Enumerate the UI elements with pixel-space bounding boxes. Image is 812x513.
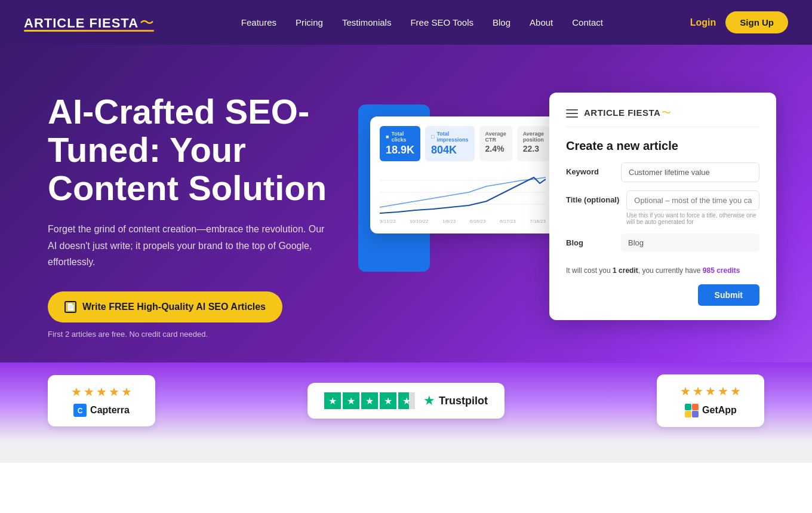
cta-button[interactable]: 📄 Write FREE High-Quality AI SEO Article… — [48, 291, 282, 322]
nav-testimonials[interactable]: Testimonials — [342, 17, 392, 27]
svg-rect-5 — [685, 404, 691, 410]
credits-value: 985 credits — [703, 266, 740, 275]
svg-text:C: C — [78, 407, 83, 415]
nav-auth: Login Sign Up — [690, 11, 788, 33]
blog-value: Blog — [621, 234, 759, 252]
logo-text: ARTICLE FIESTA — [24, 16, 139, 31]
capterra-logo-icon: C — [73, 404, 87, 417]
nav-features[interactable]: Features — [241, 17, 276, 27]
total-clicks-value: 18.9K — [386, 144, 414, 156]
hero-title: AI-Crafted SEO-Tuned: Your Content Solut… — [48, 93, 382, 207]
hero-section: AI-Crafted SEO-Tuned: Your Content Solut… — [0, 45, 812, 463]
login-button[interactable]: Login — [690, 17, 716, 28]
position-value: 22.3 — [523, 144, 544, 153]
cta-label: Write FREE High-Quality AI SEO Articles — [82, 302, 266, 312]
title-label: Title (optional) — [566, 191, 619, 204]
keyword-row: Keyword — [566, 162, 759, 182]
submit-button[interactable]: Submit — [698, 284, 759, 306]
hero-subtitle: Forget the grind of content creation—emb… — [48, 221, 334, 270]
svg-rect-6 — [692, 404, 699, 410]
getapp-rating-card: ★ ★ ★ ★ ★ GetApp — [657, 374, 764, 427]
trustpilot-star-icon: ★ — [423, 393, 435, 408]
capterra-stars: ★ ★ ★ ★ ★ — [71, 385, 132, 399]
nav-contact[interactable]: Contact — [572, 17, 603, 27]
position-stat: Average position 22.3 — [517, 126, 550, 161]
capterra-rating-card: ★ ★ ★ ★ ★ C Capterra — [48, 375, 155, 426]
total-impressions-stat: □ Total impressions 804K — [425, 126, 474, 161]
credit-text: It will cost you 1 credit, you currently… — [566, 266, 759, 275]
nav-about[interactable]: About — [530, 17, 553, 27]
cta-subtext: First 2 articles are free. No credit car… — [48, 330, 382, 339]
navbar: ARTICLE FIESTA 〜 Features Pricing Testim… — [0, 0, 812, 45]
logo-underline — [24, 30, 154, 32]
nav-blog[interactable]: Blog — [493, 17, 510, 27]
ctr-value: 2.4% — [485, 144, 506, 153]
hero-right: ■ Total clicks 18.9K □ Total impressions… — [382, 81, 776, 320]
svg-rect-8 — [692, 411, 699, 417]
getapp-logo: GetApp — [684, 403, 737, 417]
ctr-stat: Average CTR 2.4% — [479, 126, 512, 161]
capterra-logo: C Capterra — [73, 404, 130, 417]
cta-doc-icon: 📄 — [64, 301, 76, 313]
logo-area: ARTICLE FIESTA 〜 — [24, 13, 154, 32]
ctr-label: Average CTR — [485, 131, 506, 143]
title-row: Title (optional) Use this if you want to… — [566, 191, 759, 225]
create-article-title: Create a new article — [566, 139, 759, 153]
create-article-card: ARTICLE FIESTA 〜 Create a new article Ke… — [549, 93, 776, 320]
signup-button[interactable]: Sign Up — [725, 11, 788, 33]
card-logo-text: ARTICLE FIESTA — [584, 107, 660, 118]
svg-rect-7 — [685, 411, 691, 417]
title-input[interactable] — [626, 191, 759, 210]
nav-free-seo-tools[interactable]: Free SEO Tools — [410, 17, 473, 27]
getapp-logo-icon — [684, 403, 699, 417]
trustpilot-rating-card: ★ ★ ★ ★ ★ ★ Trustpilot — [307, 383, 505, 419]
hero-left: AI-Crafted SEO-Tuned: Your Content Solut… — [48, 81, 382, 339]
blog-row: Blog Blog — [566, 234, 759, 258]
total-clicks-stat: ■ Total clicks 18.9K — [380, 126, 420, 161]
total-impressions-value: 804K — [431, 144, 468, 156]
trustpilot-label: Trustpilot — [439, 395, 488, 407]
analytics-chart — [380, 168, 546, 216]
keyword-label: Keyword — [566, 162, 614, 176]
title-hint: Use this if you want to force a title, o… — [626, 212, 759, 225]
total-impressions-label: □ Total impressions — [431, 131, 468, 143]
total-clicks-label: ■ Total clicks — [386, 131, 414, 143]
capterra-label: Capterra — [90, 405, 130, 416]
getapp-stars: ★ ★ ★ ★ ★ — [680, 384, 741, 398]
position-label: Average position — [523, 131, 544, 143]
hero-content: AI-Crafted SEO-Tuned: Your Content Solut… — [0, 45, 812, 363]
hamburger-menu-icon[interactable] — [566, 109, 578, 118]
analytics-card: ■ Total clicks 18.9K □ Total impressions… — [370, 116, 555, 234]
nav-links: Features Pricing Testimonials Free SEO T… — [241, 17, 603, 28]
blog-label: Blog — [566, 234, 614, 247]
getapp-label: GetApp — [702, 405, 737, 416]
trustpilot-logo: ★ Trustpilot — [423, 393, 488, 408]
ratings-section: ★ ★ ★ ★ ★ C Capterra ★ ★ ★ ★ ★ — [0, 363, 812, 463]
card-logo-swoosh-icon: 〜 — [662, 107, 671, 119]
trustpilot-stars: ★ ★ ★ ★ ★ — [324, 392, 415, 409]
nav-pricing[interactable]: Pricing — [296, 17, 323, 27]
card-header: ARTICLE FIESTA 〜 — [566, 107, 759, 127]
keyword-input[interactable] — [621, 162, 759, 182]
